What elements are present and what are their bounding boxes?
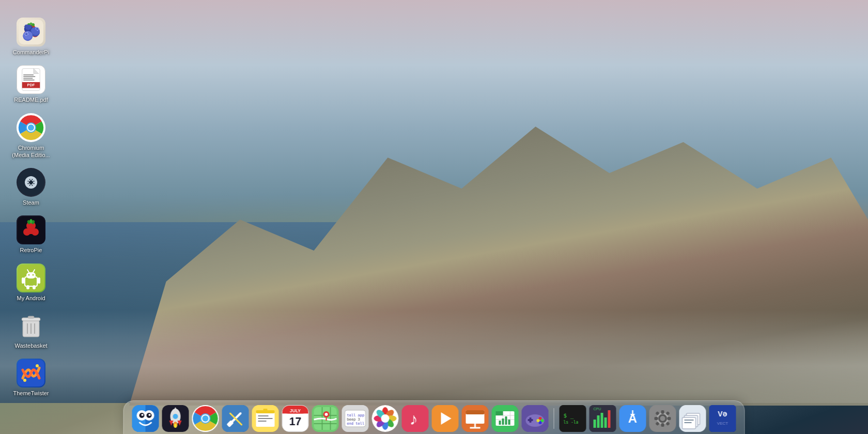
dock-item-joystick[interactable]: [522, 405, 549, 432]
svg-rect-13: [23, 80, 34, 81]
vectorize-icon: Vǝ VECT: [709, 405, 736, 432]
svg-rect-89: [258, 421, 267, 422]
svg-rect-86: [256, 412, 275, 427]
wastebasket-label: Wastebasket: [14, 342, 47, 349]
svg-text:tell app: tell app: [347, 413, 365, 417]
svg-point-5: [27, 23, 30, 26]
svg-rect-156: [605, 417, 607, 428]
dock-item-infuse[interactable]: [432, 405, 459, 432]
dock-item-keynote[interactable]: [462, 405, 489, 432]
infuse-icon: [432, 405, 459, 432]
svg-rect-154: [597, 415, 600, 428]
desktop-icon-commanderpi[interactable]: CommanderPi: [5, 16, 57, 58]
dock-item-chromium[interactable]: [192, 405, 219, 432]
dock: JULY 17: [123, 400, 745, 434]
joystick-icon: [522, 405, 549, 432]
svg-rect-4: [29, 31, 33, 35]
desktop-icon-themetwister[interactable]: ThemeTwister: [5, 357, 57, 399]
desktop-icon-chromium[interactable]: Chromium (Media Editio...: [5, 111, 57, 161]
dock-item-calendar[interactable]: JULY 17: [282, 405, 309, 432]
dock-item-notes[interactable]: [252, 405, 279, 432]
desktop-icon-wastebasket[interactable]: Wastebasket: [5, 309, 57, 351]
svg-rect-157: [608, 410, 611, 428]
svg-point-2: [24, 31, 30, 37]
svg-point-38: [30, 219, 33, 223]
dock-item-terminal[interactable]: $ _ ls -la: [560, 405, 586, 432]
dock-item-music[interactable]: ♪: [402, 405, 429, 432]
files-icon: [679, 405, 706, 432]
desktop-icon-my-android[interactable]: My Android: [5, 261, 57, 304]
svg-text:PDF: PDF: [27, 83, 35, 87]
svg-point-68: [149, 414, 151, 416]
svg-rect-11: [23, 76, 35, 78]
svg-rect-139: [505, 416, 507, 425]
themetwister-label: ThemeTwister: [13, 390, 49, 397]
dock-item-finder[interactable]: [132, 405, 159, 432]
svg-point-58: [23, 379, 26, 382]
svg-point-148: [537, 419, 540, 422]
svg-rect-166: [661, 410, 664, 414]
dock-item-istatmenus[interactable]: CPU: [590, 405, 616, 432]
my-android-label: My Android: [17, 295, 45, 302]
svg-point-165: [660, 416, 665, 421]
svg-rect-47: [38, 277, 40, 284]
dock-item-devtools[interactable]: [222, 405, 249, 432]
dock-item-files[interactable]: [679, 405, 706, 432]
svg-rect-127: [466, 410, 485, 414]
svg-rect-88: [258, 418, 273, 419]
svg-text:Vǝ: Vǝ: [718, 410, 727, 418]
wallpaper: [0, 0, 868, 434]
svg-rect-180: [709, 405, 736, 432]
svg-point-80: [203, 415, 209, 422]
retropie-label: RetroPie: [20, 246, 42, 254]
svg-rect-169: [668, 417, 671, 420]
app-store-icon: A: [619, 405, 646, 432]
svg-rect-49: [33, 285, 36, 289]
svg-text:CPU: CPU: [594, 407, 601, 411]
svg-rect-87: [258, 415, 269, 416]
finder-icon: [132, 405, 159, 432]
commanderpi-label: CommanderPi: [13, 49, 49, 56]
svg-text:$ _: $ _: [564, 412, 574, 419]
notes-icon: [252, 405, 279, 432]
svg-rect-178: [685, 420, 694, 421]
svg-rect-0: [19, 20, 43, 44]
svg-rect-168: [655, 417, 658, 420]
svg-point-6: [32, 23, 35, 26]
desktop-icon-steam[interactable]: Steam: [5, 166, 57, 208]
svg-text:JULY: JULY: [290, 408, 301, 413]
steam-icon: [17, 168, 45, 197]
svg-rect-35: [28, 229, 34, 234]
dock-item-system-prefs[interactable]: [649, 405, 676, 432]
dock-item-vectorize[interactable]: Vǝ VECT: [709, 405, 736, 432]
svg-point-19: [28, 125, 34, 131]
svg-rect-137: [499, 421, 501, 425]
dock-item-script-editor[interactable]: tell app beep 3 end tell: [342, 405, 369, 432]
svg-point-72: [173, 414, 178, 419]
svg-rect-91: [264, 409, 268, 412]
svg-point-104: [325, 413, 328, 416]
waves-layer: [0, 310, 868, 403]
dock-item-maps[interactable]: [312, 405, 339, 432]
desktop-icon-readme-pdf[interactable]: PDF README.pdf: [5, 63, 57, 105]
svg-rect-140: [508, 420, 510, 425]
dock-item-photos[interactable]: [372, 405, 399, 432]
dock-item-app-store[interactable]: A: [619, 405, 646, 432]
svg-rect-48: [26, 285, 29, 289]
svg-text:end tell: end tell: [347, 422, 365, 426]
svg-point-43: [33, 274, 34, 275]
dock-item-numbers[interactable]: [492, 405, 519, 432]
svg-rect-52: [28, 316, 34, 318]
svg-rect-41: [26, 272, 36, 278]
photos-icon: [372, 405, 399, 432]
istatmenus-icon: CPU: [590, 405, 616, 432]
my-android-icon: [17, 264, 45, 292]
svg-rect-167: [661, 423, 664, 427]
svg-rect-12: [23, 78, 33, 79]
svg-point-67: [142, 414, 144, 416]
desktop-icon-retropie[interactable]: RetroPie: [5, 213, 57, 256]
dock-item-launchpad[interactable]: [162, 405, 189, 432]
numbers-icon: [492, 405, 519, 432]
svg-text:ls -la: ls -la: [564, 420, 579, 425]
svg-rect-46: [22, 277, 24, 284]
